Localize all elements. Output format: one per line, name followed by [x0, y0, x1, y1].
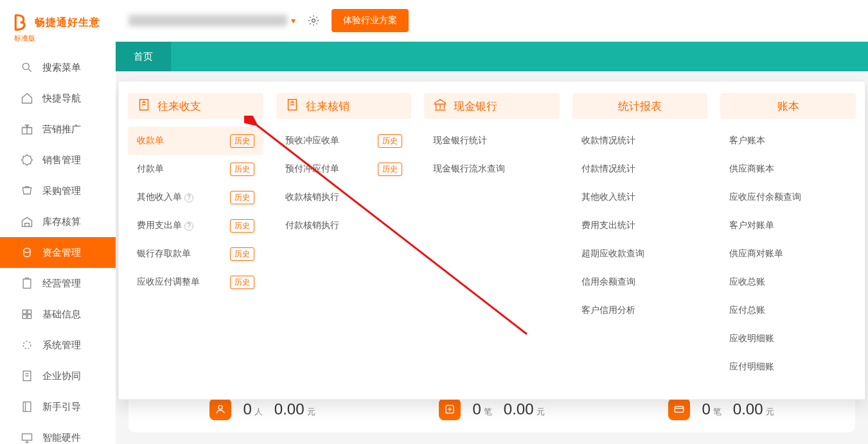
- megamenu-item[interactable]: 预付冲应付单历史: [276, 155, 412, 183]
- search-icon: [21, 61, 33, 74]
- megamenu-item[interactable]: 应收应付调整单历史: [128, 268, 263, 296]
- megamenu-col-title: 统计报表: [618, 99, 662, 114]
- megamenu-item[interactable]: 应收明细账: [720, 324, 856, 353]
- megamenu-list: 客户账本供应商账本应收应付余额查询客户对账单供应商对账单应收总账应付总账应收明细…: [720, 119, 856, 381]
- grid-icon: [21, 308, 33, 321]
- sidebar-item-label: 营销推广: [42, 123, 81, 136]
- megamenu-item[interactable]: 银行存取款单历史: [128, 240, 263, 268]
- megamenu-item-label: 费用支出统计: [581, 220, 635, 231]
- megamenu-item[interactable]: 应收总账: [720, 268, 856, 296]
- megamenu-item[interactable]: 付款单历史: [128, 155, 263, 183]
- megamenu-item[interactable]: 其他收入单?历史: [128, 183, 263, 211]
- gear-icon: [307, 14, 320, 27]
- megamenu-item-label: 收款单: [137, 135, 164, 147]
- svg-rect-2: [23, 279, 31, 288]
- sidebar-item-collab[interactable]: 企业协同: [0, 360, 116, 391]
- home-icon: [21, 92, 33, 105]
- doc-icon: [21, 369, 33, 382]
- megamenu-item[interactable]: 收款情况统计: [572, 127, 708, 155]
- sidebar-item-label: 新手引导: [42, 401, 81, 413]
- megamenu-item[interactable]: 其他收入统计: [572, 183, 708, 211]
- megamenu-item[interactable]: 客户信用分析: [572, 296, 708, 324]
- history-badge[interactable]: 历史: [230, 134, 254, 148]
- megamenu-item[interactable]: 信用余额查询: [572, 268, 708, 296]
- book-icon: [21, 400, 33, 413]
- megamenu-item-label: 付款核销执行: [285, 220, 339, 231]
- megamenu-item[interactable]: 收款单历史: [128, 127, 263, 155]
- megamenu-item-label: 预收冲应收单: [285, 135, 339, 147]
- sidebar: 畅捷通好生意 标准版 搜索菜单 快捷导航 营销推广 销售管理: [0, 0, 116, 444]
- tab-home[interactable]: 首页: [116, 42, 171, 71]
- warehouse-icon: [21, 215, 33, 228]
- clipboard-icon: [21, 277, 33, 290]
- monitor-icon: [21, 431, 33, 444]
- sidebar-item-label: 搜索菜单: [42, 62, 81, 74]
- megamenu-item[interactable]: 收款核销执行: [276, 183, 412, 211]
- sidebar-item-label: 资金管理: [42, 247, 81, 259]
- sidebar-item-inventory[interactable]: 库存核算: [0, 206, 116, 237]
- sidebar-item-sales[interactable]: 销售管理: [0, 145, 116, 175]
- sidebar-item-guide[interactable]: 新手引导: [0, 391, 116, 422]
- megamenu-item[interactable]: 现金银行流水查询: [424, 155, 560, 183]
- megamenu-item[interactable]: 应付总账: [720, 296, 856, 324]
- chevron-down-icon: ▾: [291, 15, 296, 26]
- settings-button[interactable]: [302, 9, 325, 32]
- megamenu-item[interactable]: 预收冲应收单历史: [276, 127, 412, 155]
- money-icon: [21, 246, 33, 259]
- history-badge[interactable]: 历史: [230, 191, 254, 204]
- megamenu-item[interactable]: 应付明细账: [720, 353, 856, 381]
- megamenu-col-title: 现金银行: [454, 99, 497, 114]
- history-badge[interactable]: 历史: [230, 276, 254, 289]
- cta-button[interactable]: 体验行业方案: [332, 9, 409, 32]
- history-badge[interactable]: 历史: [378, 134, 402, 148]
- megamenu-item[interactable]: 供应商账本: [720, 155, 856, 183]
- entity-selector[interactable]: ▾: [128, 9, 296, 32]
- megamenu-item-label: 收款情况统计: [581, 135, 635, 147]
- megamenu-item[interactable]: 客户对账单: [720, 211, 856, 240]
- gift-icon: [21, 123, 33, 136]
- megamenu-item[interactable]: 付款情况统计: [572, 155, 708, 183]
- stat-block: 0人 0.00元: [209, 398, 315, 420]
- megamenu-item-label: 预付冲应付单: [285, 163, 339, 175]
- help-icon[interactable]: ?: [184, 193, 193, 202]
- megamenu-item-label: 供应商账本: [729, 163, 774, 175]
- sidebar-item-purchase[interactable]: 采购管理: [0, 175, 116, 206]
- megamenu-item[interactable]: 供应商对账单: [720, 240, 856, 268]
- history-badge[interactable]: 历史: [230, 163, 254, 176]
- history-badge[interactable]: 历史: [230, 247, 254, 261]
- megamenu-item-label: 应收明细账: [729, 333, 774, 344]
- megamenu-item[interactable]: 费用支出统计: [572, 211, 708, 240]
- sidebar-item-operations[interactable]: 经营管理: [0, 268, 116, 299]
- sidebar-item-hardware[interactable]: 智能硬件: [0, 422, 116, 444]
- svg-rect-4: [28, 310, 31, 314]
- megamenu-item[interactable]: 应收应付余额查询: [720, 183, 856, 211]
- bank-icon: [433, 98, 447, 115]
- megamenu-item-label: 现金银行流水查询: [433, 163, 505, 175]
- svg-rect-6: [28, 315, 31, 319]
- svg-rect-5: [22, 315, 26, 319]
- megamenu-item[interactable]: 现金银行统计: [424, 127, 560, 155]
- svg-point-11: [312, 19, 315, 22]
- megamenu-col-header: 往来核销: [276, 93, 412, 119]
- sidebar-item-label: 采购管理: [42, 185, 81, 197]
- sidebar-item-label: 库存核算: [42, 216, 81, 228]
- history-badge[interactable]: 历史: [378, 163, 402, 176]
- megamenu-item[interactable]: 客户账本: [720, 127, 856, 155]
- help-icon[interactable]: ?: [184, 222, 193, 231]
- receipt-icon: [137, 98, 151, 115]
- megamenu-item-label: 付款情况统计: [581, 163, 635, 175]
- megamenu-item[interactable]: 超期应收款查询: [572, 240, 708, 268]
- sidebar-item-base[interactable]: 基础信息: [0, 299, 116, 330]
- stat-number: 0.00: [274, 400, 305, 418]
- receipt-icon: [285, 98, 299, 115]
- sidebar-item-system[interactable]: 系统管理: [0, 330, 116, 360]
- megamenu-item[interactable]: 费用支出单?历史: [128, 211, 263, 240]
- brand-logo: 畅捷通好生意 标准版: [0, 0, 116, 47]
- history-badge[interactable]: 历史: [230, 219, 254, 233]
- sidebar-item-quicknav[interactable]: 快捷导航: [0, 83, 116, 114]
- sidebar-item-marketing[interactable]: 营销推广: [0, 114, 116, 145]
- megamenu-item[interactable]: 付款核销执行: [276, 211, 412, 240]
- sidebar-item-search[interactable]: 搜索菜单: [0, 52, 116, 83]
- cart-icon: [21, 184, 33, 197]
- sidebar-item-funds[interactable]: 资金管理: [0, 237, 116, 268]
